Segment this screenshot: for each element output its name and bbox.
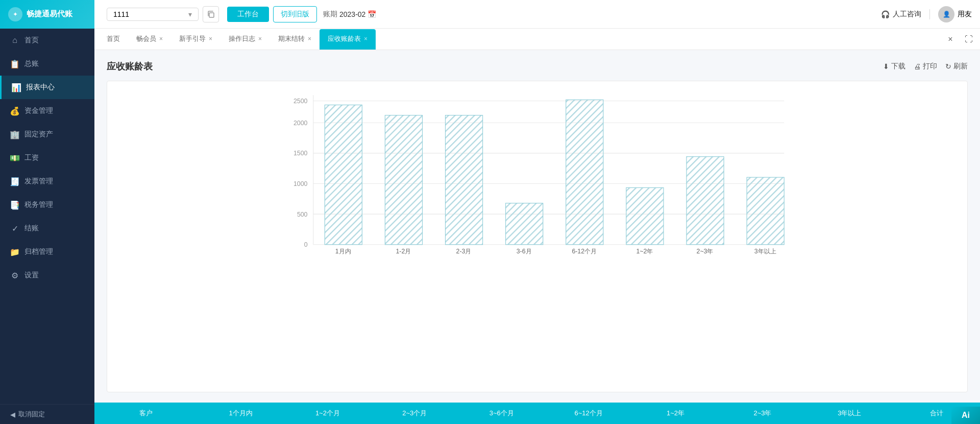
svg-text:0: 0 [304, 241, 308, 248]
period-value: 2023-02 [339, 10, 365, 18]
table-header-1~2年: 1~2年 [632, 409, 719, 418]
table-header-2~3个月: 2~3个月 [371, 409, 458, 418]
tab-label: 首页 [107, 34, 120, 43]
user-area[interactable]: 👤 用友 [938, 6, 972, 22]
sidebar-item-assets[interactable]: 🏢 固定资产 [0, 123, 94, 146]
table-header-客户: 客户 [94, 409, 197, 418]
svg-text:500: 500 [297, 211, 308, 218]
svg-rect-29 [747, 177, 784, 245]
close-all-tabs-button[interactable]: × [943, 32, 958, 46]
cancel-fixed-button[interactable]: ◀ 取消固定 [0, 404, 94, 424]
period-label: 账期 [323, 10, 337, 19]
chart-container: 0 500 1000 1500 2000 2500 [107, 81, 968, 392]
download-label: 下载 [891, 62, 905, 71]
main-layout: ⌂ 首页 📋 总账 📊 报表中心 💰 资金管理 🏢 固定资产 💵 工资 🧾 发票… [0, 29, 980, 424]
tab-close-icon[interactable]: × [308, 35, 311, 42]
tab-close-icon[interactable]: × [209, 35, 212, 42]
svg-text:1~2年: 1~2年 [636, 248, 653, 255]
svg-text:1月内: 1月内 [335, 248, 351, 255]
table-header-6~12个月: 6~12个月 [545, 409, 632, 418]
chart-area: 0 500 1000 1500 2000 2500 [115, 89, 959, 273]
svg-rect-23 [566, 100, 603, 245]
sidebar-item-settings[interactable]: ⚙ 设置 [0, 264, 94, 287]
company-name: 1111 [113, 10, 184, 18]
sidebar-item-closing[interactable]: ✓ 结账 [0, 217, 94, 240]
sidebar-item-label: 结账 [24, 224, 39, 233]
assets-icon: 🏢 [10, 130, 19, 139]
fullscreen-button[interactable]: ⛶ [962, 32, 976, 46]
svg-rect-15 [325, 105, 362, 244]
tab-member[interactable]: 畅会员× [128, 29, 171, 50]
sidebar-item-archive[interactable]: 📁 归档管理 [0, 240, 94, 264]
download-button[interactable]: ⬇ 下载 [883, 62, 905, 71]
consult-area[interactable]: 🎧 人工咨询 [881, 10, 921, 19]
tab-close-icon[interactable]: × [364, 35, 368, 42]
sidebar-item-label: 资金管理 [24, 106, 53, 115]
tab-close-icon[interactable]: × [159, 35, 163, 42]
sidebar-item-label: 归档管理 [24, 247, 53, 256]
table-header-bar: 客户1个月内1~2个月2~3个月3~6个月6~12个月1~2年2~3年3年以上合… [94, 403, 980, 424]
svg-rect-0 [209, 13, 214, 17]
svg-text:1000: 1000 [293, 180, 308, 187]
sidebar-item-reports[interactable]: 📊 报表中心 [0, 76, 94, 99]
print-button[interactable]: 🖨 打印 [914, 62, 937, 71]
period-area: 账期 2023-02 📅 [323, 10, 376, 19]
tab-home[interactable]: 首页 [99, 29, 128, 50]
cancel-fixed-label: 取消固定 [18, 410, 45, 419]
page-header: 应收账龄表 ⬇ 下载 🖨 打印 ↻ 刷新 [107, 60, 968, 73]
tabs-bar: 首页畅会员×新手引导×操作日志×期末结转×应收账龄表× × ⛶ [94, 29, 980, 50]
avatar: 👤 [938, 6, 954, 22]
ai-badge[interactable]: Ai [951, 407, 980, 424]
sidebar-item-label: 报表中心 [26, 83, 55, 92]
switch-version-button[interactable]: 切到旧版 [273, 6, 317, 22]
home-icon: ⌂ [10, 36, 19, 45]
bar-chart: 0 500 1000 1500 2000 2500 [115, 89, 959, 273]
reports-icon: 📊 [12, 83, 21, 92]
sidebar-item-label: 税务管理 [24, 200, 53, 209]
refresh-icon: ↻ [945, 62, 951, 70]
table-header-2~3年: 2~3年 [719, 409, 806, 418]
table-header-3年以上: 3年以上 [806, 409, 893, 418]
refresh-button[interactable]: ↻ 刷新 [945, 62, 968, 71]
sidebar-item-label: 固定资产 [24, 130, 53, 139]
tab-closing[interactable]: 期末结转× [270, 29, 320, 50]
svg-text:1500: 1500 [293, 150, 308, 157]
sidebar-item-ledger[interactable]: 📋 总账 [0, 52, 94, 76]
archive-icon: 📁 [10, 247, 19, 256]
table-header-1个月内: 1个月内 [197, 409, 284, 418]
company-selector[interactable]: 1111 ▾ [107, 8, 199, 21]
tab-close-icon[interactable]: × [258, 35, 262, 42]
workbench-button[interactable]: 工作台 [227, 7, 269, 22]
content-area: 首页畅会员×新手引导×操作日志×期末结转×应收账龄表× × ⛶ 应收账龄表 ⬇ … [94, 29, 980, 424]
tab-guide[interactable]: 新手引导× [171, 29, 220, 50]
sidebar-item-capital[interactable]: 💰 资金管理 [0, 99, 94, 123]
table-header-3~6个月: 3~6个月 [458, 409, 545, 418]
print-icon: 🖨 [914, 62, 921, 70]
tab-oplog[interactable]: 操作日志× [220, 29, 270, 50]
calendar-icon[interactable]: 📅 [368, 10, 376, 18]
svg-text:2-3月: 2-3月 [456, 248, 472, 255]
copy-icon[interactable] [203, 6, 219, 22]
tab-aging[interactable]: 应收账龄表× [320, 29, 376, 50]
sidebar-item-salary[interactable]: 💵 工资 [0, 146, 94, 170]
svg-text:3年以上: 3年以上 [754, 248, 776, 255]
tab-label: 操作日志 [229, 34, 255, 43]
sidebar-item-label: 首页 [24, 36, 39, 45]
tax-icon: 📑 [10, 200, 19, 209]
logo-icon: ✦ [8, 7, 22, 21]
sidebar-item-invoice[interactable]: 🧾 发票管理 [0, 170, 94, 193]
sidebar-item-label: 发票管理 [24, 177, 53, 186]
svg-text:2500: 2500 [293, 98, 308, 105]
print-label: 打印 [923, 62, 937, 71]
tab-label: 期末结转 [278, 34, 305, 43]
svg-rect-27 [687, 157, 724, 245]
tabs-actions: × ⛶ [943, 32, 976, 46]
sidebar-item-tax[interactable]: 📑 税务管理 [0, 193, 94, 217]
salary-icon: 💵 [10, 153, 19, 162]
svg-text:3-6月: 3-6月 [517, 248, 532, 255]
divider [929, 9, 930, 19]
table-header-1~2个月: 1~2个月 [284, 409, 371, 418]
sidebar-item-home[interactable]: ⌂ 首页 [0, 29, 94, 52]
action-buttons: ⬇ 下载 🖨 打印 ↻ 刷新 [883, 62, 968, 71]
sidebar-item-label: 设置 [24, 271, 39, 280]
